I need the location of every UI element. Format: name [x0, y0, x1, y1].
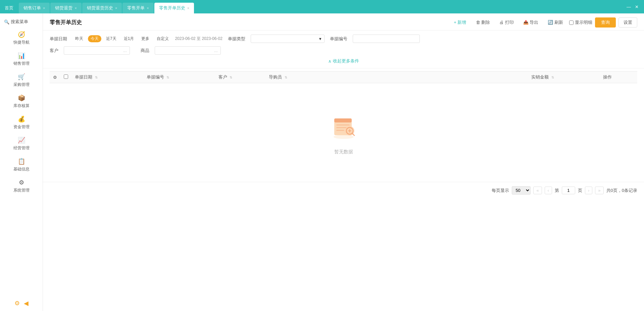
sidebar-icon: 📦 [18, 94, 25, 102]
svg-rect-5 [336, 130, 344, 131]
settings-bottom-icon[interactable]: ⚙ [14, 300, 20, 307]
sidebar-icon: 📊 [18, 52, 25, 59]
collapse-icon: ∧ [328, 59, 332, 64]
sidebar-item-基础信息[interactable]: 📋基础信息 [0, 154, 43, 175]
date-btn-more[interactable]: 更多 [139, 35, 152, 42]
doc-type-select[interactable]: ▾ [251, 35, 325, 43]
empty-text: 暂无数据 [334, 149, 353, 155]
goods-input-wrap[interactable]: ... [155, 46, 221, 55]
customer-dots[interactable]: ... [123, 48, 127, 53]
select-all-checkbox[interactable] [64, 74, 68, 79]
tab-首页[interactable]: 首页 [0, 3, 18, 13]
minimize-button[interactable]: — [627, 4, 631, 9]
page-size-label: 每页显示 [492, 188, 509, 194]
print-button[interactable]: 🖨 打印 [496, 18, 517, 27]
last-page-btn[interactable]: » [595, 187, 603, 194]
pagination-bar: 每页显示 50 10 20 100 « ‹ 第 页 › » 共0页，0条记录 [43, 182, 644, 199]
sidebar-item-销售管理[interactable]: 📊销售管理 [0, 49, 43, 70]
first-page-btn[interactable]: « [533, 187, 542, 194]
date-btn-today[interactable]: 今天 [88, 35, 101, 42]
doc-type-label: 单据类型 [228, 36, 245, 42]
data-table: ⚙ 单据日期 ⇅ 单据编号 ⇅ [50, 71, 637, 182]
empty-illustration [327, 110, 360, 144]
tab-close-销货退货[interactable]: × [75, 6, 77, 10]
date-quick-btns: 昨天 今天 近7天 近1月 更多 自定义 2023-06-02 至 2023-0… [72, 35, 222, 42]
tab-list: 首页销售订单×销货退货×销货退货历史×零售开单×零售开单历史× [0, 0, 627, 13]
close-button[interactable]: ✕ [635, 4, 639, 9]
customer-input-wrap[interactable]: ... [64, 46, 130, 55]
doc-type-arrow: ▾ [319, 36, 321, 41]
next-page-btn[interactable]: › [585, 187, 592, 194]
tab-close-零售开单历史[interactable]: × [187, 6, 189, 10]
page-size-select[interactable]: 50 10 20 100 [512, 186, 531, 195]
page-go-label: 第 [555, 188, 559, 194]
sidebar-item-经营管理[interactable]: 📈经营管理 [0, 133, 43, 154]
col-date: 单据日期 ⇅ [71, 71, 143, 83]
svg-rect-2 [334, 118, 352, 122]
tab-销售订单[interactable]: 销售订单× [19, 3, 50, 13]
goods-dots[interactable]: ... [214, 48, 218, 53]
query-button[interactable]: 查询 [595, 17, 616, 28]
sidebar-item-采购管理[interactable]: 🛒采购管理 [0, 70, 43, 91]
svg-rect-4 [336, 127, 347, 128]
top-bar: 首页销售订单×销货退货×销货退货历史×零售开单×零售开单历史× — ✕ [0, 0, 644, 13]
show-detail-checkbox[interactable]: 显示明细 [569, 19, 592, 25]
table-settings-icon[interactable]: ⚙ [53, 75, 57, 80]
settings-button[interactable]: 设置 [618, 17, 637, 28]
sort-guide-icon[interactable]: ⇅ [285, 75, 287, 79]
sort-no-icon[interactable]: ⇅ [166, 75, 169, 79]
tab-零售开单历史[interactable]: 零售开单历史× [154, 3, 194, 13]
doc-no-input[interactable] [353, 35, 420, 43]
date-btn-yesterday[interactable]: 昨天 [72, 35, 86, 42]
sidebar-item-库存核算[interactable]: 📦库存核算 [0, 91, 43, 112]
add-button[interactable]: + 新增 [450, 18, 469, 27]
filter-row-2: 客户 ... 商品 ... [50, 46, 637, 55]
sidebar-search[interactable]: 🔍 搜索菜单 [0, 16, 43, 28]
prev-page-btn[interactable]: ‹ [545, 187, 552, 194]
date-btn-1month[interactable]: 近1月 [121, 35, 137, 42]
svg-point-0 [334, 135, 354, 139]
filter-area: 单据日期 昨天 今天 近7天 近1月 更多 自定义 2023-06-02 至 2… [43, 31, 644, 68]
collapse-more-btn[interactable]: ∧ 收起更多条件 [50, 58, 637, 64]
collapse-sidebar-icon[interactable]: ◀ [24, 300, 29, 307]
delete-button[interactable]: 🗑 删除 [473, 18, 494, 27]
sidebar-item-系统管理[interactable]: ⚙系统管理 [0, 175, 43, 197]
sidebar-icon: 💰 [18, 115, 25, 123]
col-empty [327, 71, 528, 83]
sidebar-item-资金管理[interactable]: 💰资金管理 [0, 112, 43, 133]
tab-close-销售订单[interactable]: × [43, 6, 45, 10]
sidebar-icon: ⚙ [19, 179, 24, 186]
sidebar-icon: 📋 [18, 158, 25, 165]
tab-零售开单[interactable]: 零售开单× [122, 3, 153, 13]
col-customer: 客户 ⇅ [215, 71, 265, 83]
date-btn-7days[interactable]: 近7天 [103, 35, 119, 42]
tab-销货退货[interactable]: 销货退货× [50, 3, 81, 13]
sort-customer-icon[interactable]: ⇅ [230, 75, 232, 79]
col-action: 操作 [600, 71, 637, 83]
window-actions: — ✕ [627, 4, 644, 9]
sort-amount-icon[interactable]: ⇅ [551, 75, 554, 79]
show-detail-input[interactable] [569, 20, 574, 25]
table-body: 暂无数据 [50, 83, 637, 182]
export-button[interactable]: 📤 导出 [520, 18, 542, 27]
sort-date-icon[interactable]: ⇅ [95, 75, 98, 79]
tab-close-销货退货历史[interactable]: × [115, 6, 117, 10]
search-icon: 🔍 [4, 19, 9, 24]
page-label: 页 [578, 188, 582, 194]
tab-销货退货历史[interactable]: 销货退货历史× [82, 3, 122, 13]
date-btn-custom[interactable]: 自定义 [154, 35, 171, 42]
goods-input[interactable] [158, 48, 214, 53]
sidebar: 🔍 搜索菜单 🧭快捷导航📊销售管理🛒采购管理📦库存核算💰资金管理📈经营管理📋基础… [0, 13, 43, 311]
page-header: 零售开单历史 + 新增 🗑 删除 🖨 打印 📤 导出 🔄 刷新 显示明细 查询 … [43, 13, 644, 31]
empty-state: 暂无数据 [50, 83, 637, 182]
col-checkbox [60, 71, 71, 83]
tab-close-零售开单[interactable]: × [147, 6, 149, 10]
sidebar-item-快捷导航[interactable]: 🧭快捷导航 [0, 28, 43, 49]
show-detail-label: 显示明细 [575, 19, 592, 25]
refresh-button[interactable]: 🔄 刷新 [544, 18, 566, 27]
sidebar-icon: 🛒 [18, 73, 25, 81]
col-amount: 实销金额 ⇅ [528, 71, 600, 83]
table-header-row: ⚙ 单据日期 ⇅ 单据编号 ⇅ [50, 71, 637, 83]
customer-input[interactable] [67, 48, 123, 53]
page-input[interactable] [562, 187, 575, 194]
